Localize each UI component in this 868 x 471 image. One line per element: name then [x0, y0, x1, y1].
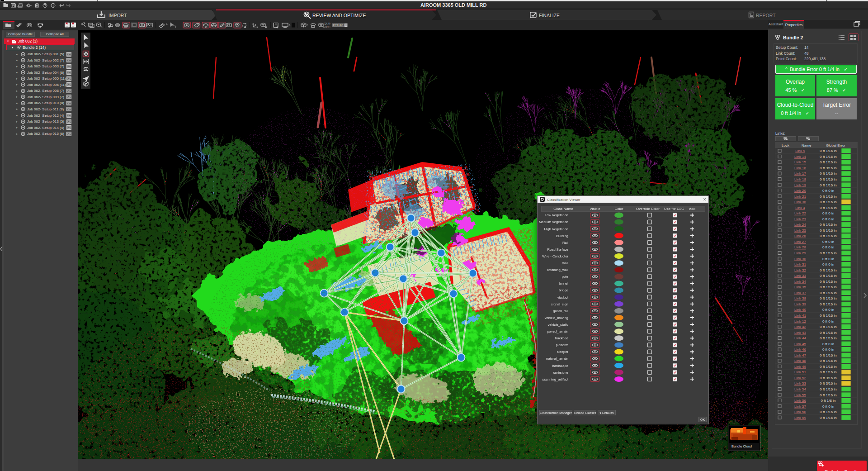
svg-text:hardscape: hardscape [552, 364, 568, 368]
svg-text:curbstone: curbstone [553, 371, 568, 375]
svg-text:High Vegetation: High Vegetation [544, 227, 568, 231]
svg-text:Size:: Size: [323, 25, 330, 28]
svg-text:bridge: bridge [559, 288, 568, 292]
svg-text:platform: platform [556, 343, 568, 347]
svg-text:Road Surface: Road Surface [547, 247, 568, 252]
svg-text:vehicle_moving: vehicle_moving [545, 316, 568, 320]
svg-text:Low Vegetation: Low Vegetation [545, 213, 568, 217]
svg-text:10.8 ft/in: 10.8 ft/in [334, 24, 345, 26]
svg-text:paved_terrain: paved_terrain [547, 329, 568, 333]
svg-text:scanning_artifact: scanning_artifact [542, 377, 569, 381]
svg-text:sleeper: sleeper [557, 350, 568, 354]
svg-text:wall: wall [562, 261, 568, 265]
svg-text:signal_sign: signal_sign [551, 302, 568, 306]
svg-text:Rail: Rail [562, 241, 568, 245]
svg-text:vehicle_static: vehicle_static [547, 323, 568, 327]
svg-text:Wire - Conductor: Wire - Conductor [542, 254, 569, 258]
svg-text:viaduct: viaduct [557, 295, 569, 300]
svg-text:Medium Vegetation: Medium Vegetation [539, 220, 568, 224]
svg-text:guard_rail: guard_rail [553, 309, 568, 313]
svg-text:retaining_wall: retaining_wall [547, 268, 569, 272]
svg-text:trackbed: trackbed [555, 336, 568, 340]
svg-text:natural_terrain: natural_terrain [546, 357, 568, 361]
svg-text:tunnel: tunnel [559, 281, 568, 285]
svg-text:pole: pole [562, 275, 568, 279]
svg-text:Building: Building [556, 234, 568, 238]
